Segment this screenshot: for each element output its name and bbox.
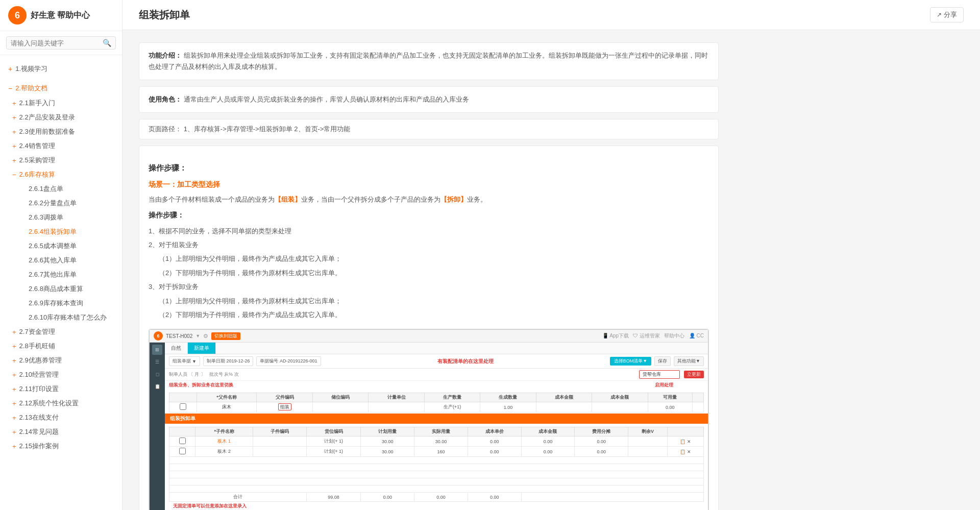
share-button[interactable]: ↗ 分享 bbox=[930, 7, 964, 22]
bom-btn[interactable]: 选择BOM清单▼ bbox=[610, 357, 651, 366]
plus-icon: + bbox=[12, 371, 16, 379]
other-btn[interactable]: 其他功能▼ bbox=[674, 356, 704, 366]
sidebar-item-label: 2.12系统个性化设置 bbox=[19, 399, 79, 408]
bottom-table: *子件名称 子件编码 货位编码 计划用量 实际用量 成本单价 成本金额 费用分摊 bbox=[169, 427, 704, 502]
td-check bbox=[169, 402, 197, 412]
sidebar-item-2610[interactable]: 2.6.10库存账本错了怎么办 bbox=[12, 310, 122, 325]
doc-no-field[interactable]: 单据编号 AD-20191226-001 bbox=[256, 356, 321, 366]
doc-date-field[interactable]: 制单日期 2019-12-26 bbox=[203, 356, 254, 366]
tfoot-v4: 0.00 bbox=[468, 493, 521, 502]
top-table-container: *父件名称 父件编码 储位编码 计量单位 生产数量 生成数量 成本金额 成本金额 bbox=[165, 390, 708, 414]
nav-section-1: + 1.视频学习 bbox=[0, 59, 122, 79]
table-row bbox=[169, 485, 704, 493]
app-tabs: 自然 新建单 bbox=[165, 343, 708, 354]
row-checkbox[interactable] bbox=[180, 403, 186, 410]
sidebar-item-268[interactable]: 2.6.8商品成本重算 bbox=[12, 282, 122, 296]
sidebar-item-24[interactable]: + 2.4销售管理 bbox=[12, 139, 122, 153]
sidebar-item-211[interactable]: + 2.11打印设置 bbox=[12, 382, 122, 396]
sidebar-item-22[interactable]: + 2.2产品安装及登录 bbox=[12, 110, 122, 125]
bth-child-code: 子件编码 bbox=[253, 427, 307, 436]
td-cost2v bbox=[592, 402, 648, 412]
sidebar-item-27[interactable]: + 2.7资金管理 bbox=[12, 325, 122, 339]
btd-empty7 bbox=[169, 485, 704, 493]
sidebar-item-label: 2.7资金管理 bbox=[19, 327, 55, 336]
app-body: ⊞ ☰ ◻ 📋 自然 新建单 bbox=[150, 343, 708, 510]
warehouse-input[interactable]: 货帮仓库 bbox=[639, 370, 680, 379]
sidebar-item-26[interactable]: − 2.6库存核算 bbox=[12, 167, 122, 182]
btd-actual1: 30.00 bbox=[414, 436, 468, 447]
btd-rem1 bbox=[628, 436, 668, 447]
tfoot-label: 合计 bbox=[169, 493, 307, 502]
sidebar-item-21[interactable]: + 2.1新手入门 bbox=[12, 96, 122, 110]
annotation-row: 组装业务、拆卸业务在这里切换 启用处理 bbox=[165, 381, 708, 390]
sidebar-item-262[interactable]: 2.6.2分量盘点单 bbox=[12, 196, 122, 210]
sidebar-item-212[interactable]: + 2.12系统个性化设置 bbox=[12, 396, 122, 410]
sidebar-item-214[interactable]: + 2.14常见问题 bbox=[12, 425, 122, 439]
sidebar-item-label: 2.6库存核算 bbox=[19, 170, 55, 179]
confirm-btn[interactable]: 立更新 bbox=[684, 371, 704, 378]
sidebar-item-213[interactable]: + 2.13在线支付 bbox=[12, 410, 122, 425]
th-cost1: 成本金额 bbox=[536, 393, 592, 402]
sidebar-item-269[interactable]: 2.6.9库存账本查询 bbox=[12, 296, 122, 310]
btd-plan1: 30.00 bbox=[361, 436, 414, 447]
th-father-name: *父件名称 bbox=[197, 393, 257, 402]
th-check bbox=[169, 393, 197, 402]
plus-icon: + bbox=[12, 357, 16, 365]
sidebar-item-28[interactable]: + 2.8手机旺铺 bbox=[12, 339, 122, 353]
th-prod-qty: 生产数量 bbox=[424, 393, 480, 402]
doc-no-value: AD-20191226-001 bbox=[280, 358, 317, 363]
sidebar-item-docs[interactable]: − 2.帮助文档 bbox=[0, 81, 122, 96]
doc-no-label: 单据编号 bbox=[260, 358, 278, 363]
sidebar-item-label: 2.8手机旺铺 bbox=[19, 342, 55, 351]
sidebar-item-265[interactable]: 2.6.5成本调整单 bbox=[12, 239, 122, 253]
bth-actual-qty: 实际用量 bbox=[414, 427, 468, 436]
th-available: 可用量 bbox=[648, 393, 693, 402]
plus-icon: + bbox=[12, 443, 16, 450]
sidebar-item-25[interactable]: + 2.5采购管理 bbox=[12, 153, 122, 167]
app-info-row: 制单人员 〔 月 〕 批次号 从% 次 货帮仓库 立更新 bbox=[165, 369, 708, 381]
row-checkbox[interactable] bbox=[179, 438, 186, 444]
th-father-code: 父件编码 bbox=[257, 393, 312, 402]
app-nav-icon4: 📋 bbox=[152, 381, 162, 392]
btd-stor2: 计划(+ 1) bbox=[306, 447, 361, 457]
app-tab-ziran[interactable]: 自然 bbox=[165, 343, 188, 354]
sidebar-item-label: 2.4销售管理 bbox=[19, 141, 55, 151]
sidebar-item-215[interactable]: + 2.15操作案例 bbox=[12, 439, 122, 453]
app-nav-btn[interactable]: 切换到旧版 bbox=[211, 332, 240, 340]
doc-type-select[interactable]: 组装单据 ▼ bbox=[169, 356, 200, 366]
fcode-input[interactable]: 组装 bbox=[278, 403, 291, 410]
app-tab-newdoc[interactable]: 新建单 bbox=[188, 343, 216, 354]
save-btn[interactable]: 保存 bbox=[654, 356, 671, 366]
sidebar-item-267[interactable]: 2.6.7其他出库单 bbox=[12, 268, 122, 282]
btd-empty6 bbox=[169, 478, 704, 485]
annotation-4-text: 无固定清单可以任意添加在这里录入 bbox=[169, 503, 704, 509]
sidebar-item-29[interactable]: + 2.9优惠券管理 bbox=[12, 353, 122, 368]
section-bar: 组装拆卸单 bbox=[165, 414, 708, 424]
sidebar-item-261[interactable]: 2.6.1盘点单 bbox=[12, 182, 122, 196]
plus-icon: + bbox=[8, 65, 12, 73]
minus-icon: − bbox=[12, 171, 16, 179]
sidebar-item-210[interactable]: + 2.10经营管理 bbox=[12, 368, 122, 382]
row-checkbox[interactable] bbox=[179, 448, 186, 454]
nav-subsection-26-items: 2.6.1盘点单 2.6.2分量盘点单 2.6.3调拨单 2.6.4组装拆卸单 … bbox=[12, 182, 122, 325]
intro-label: 功能介绍： bbox=[149, 52, 182, 59]
search-wrapper[interactable]: 🔍 bbox=[6, 36, 116, 50]
annotation-1-text: 有装配清单的在这里处理 bbox=[324, 358, 607, 365]
sidebar-item-263[interactable]: 2.6.3调拨单 bbox=[12, 210, 122, 225]
scene-desc: 当由多个子件材料组装成一个成品的业务为【组装】业务，当由一个父件拆分成多个子产品… bbox=[149, 193, 709, 205]
info-row-label: 制单人员 〔 月 〕 bbox=[169, 371, 205, 378]
search-input[interactable] bbox=[11, 39, 103, 47]
app-nav-label: 切换到旧版 bbox=[214, 333, 237, 338]
share-label: 分享 bbox=[944, 10, 957, 19]
app-icons-area: 📱 App下载 🛡 运维管家 帮助中心 👤 CC bbox=[602, 332, 704, 339]
steps-title: 操作步骤： bbox=[149, 163, 709, 173]
sidebar-item-264[interactable]: 2.6.4组装拆卸单 bbox=[12, 225, 122, 239]
btd-cprice1: 0.00 bbox=[468, 436, 521, 447]
app-topbar: 6 TEST-H002 ▼ ⚙ 切换到旧版 📱 App下载 🛡 运维管家 帮助中… bbox=[150, 330, 708, 343]
sidebar-item-video[interactable]: + 1.视频学习 bbox=[0, 61, 122, 77]
sidebar-item-23[interactable]: + 2.3使用前数据准备 bbox=[12, 125, 122, 139]
sidebar-item-266[interactable]: 2.6.6其他入库单 bbox=[12, 253, 122, 268]
btd-empty5 bbox=[169, 471, 704, 478]
tfoot-empty bbox=[521, 493, 703, 502]
sidebar-item-label: 2.帮助文档 bbox=[15, 84, 47, 93]
